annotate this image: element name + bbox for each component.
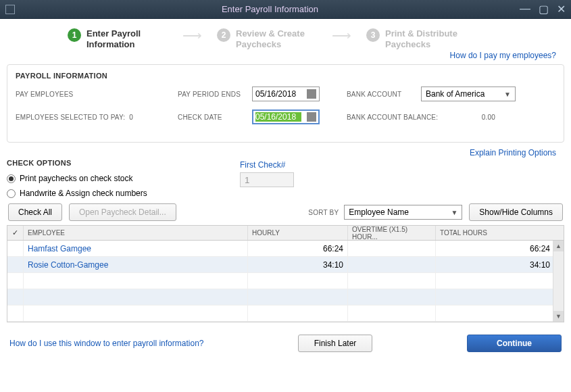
wizard-steps: 1 Enter PayrollInformation ⟶ 2 Review & … [7, 24, 564, 49]
window-title: Enter Payroll Information [20, 4, 520, 14]
table-row[interactable]: Rosie Cotton-Gamgee 34:10 34:10 [7, 257, 564, 273]
bank-balance-value: 0.00 [455, 114, 495, 121]
continue-button[interactable]: Continue [467, 335, 562, 352]
col-employee[interactable]: EMPLOYEE [24, 226, 248, 240]
calendar-icon[interactable] [307, 89, 316, 99]
employee-name-link[interactable]: Hamfast Gamgee [24, 241, 248, 256]
title-bar: Enter Payroll Information — ▢ ✕ [0, 0, 571, 19]
check-options-section: CHECK OPTIONS Print paychecks on check s… [7, 159, 564, 198]
hourly-cell[interactable]: 34:10 [248, 257, 348, 272]
table-toolbar: Check All Open Paycheck Detail... SORT B… [8, 203, 563, 221]
table-row[interactable] [7, 273, 564, 289]
payroll-info-title: PAYROLL INFORMATION [16, 72, 555, 80]
sort-by-label: SORT BY [308, 209, 339, 216]
col-total[interactable]: TOTAL HOURS [436, 226, 564, 240]
check-icon [12, 228, 18, 237]
scroll-up-icon[interactable]: ▲ [553, 241, 564, 251]
row-check[interactable] [7, 241, 24, 256]
total-cell: 66:24 [436, 241, 564, 256]
table-scrollbar[interactable]: ▲ ▼ [553, 241, 564, 322]
step-2-number: 2 [217, 28, 230, 42]
arrow-icon: ⟶ [332, 28, 351, 42]
hourly-cell[interactable]: 66:24 [248, 241, 348, 256]
step-1-label: Enter PayrollInformation [86, 28, 168, 49]
calendar-icon[interactable] [307, 112, 316, 122]
help-window-link[interactable]: How do I use this window to enter payrol… [9, 339, 203, 348]
scroll-down-icon[interactable]: ▼ [553, 311, 564, 322]
sort-by-value: Employee Name [349, 207, 409, 217]
arrow-icon: ⟶ [182, 28, 202, 42]
help-pay-employees-link[interactable]: How do I pay my employees? [7, 51, 556, 60]
maximize-button[interactable]: ▢ [539, 3, 549, 16]
step-2-label: Review & CreatePaychecks [236, 28, 317, 49]
window-menu-icon[interactable] [5, 5, 15, 14]
radio-handwrite-label: Handwrite & Assign check numbers [20, 189, 147, 198]
sort-by-select[interactable]: Employee Name ▼ [344, 205, 462, 220]
employee-table: EMPLOYEE HOURLY OVERTIME (X1.5) HOUR... … [7, 225, 564, 322]
employees-selected-label: EMPLOYEES SELECTED TO PAY: [16, 114, 125, 121]
table-row[interactable] [7, 289, 564, 305]
close-button[interactable]: ✕ [557, 3, 566, 16]
check-all-button[interactable]: Check All [8, 203, 62, 221]
col-hourly[interactable]: HOURLY [248, 226, 348, 240]
window-controls: — ▢ ✕ [520, 3, 566, 16]
step-1-number: 1 [68, 28, 81, 42]
table-row[interactable] [7, 305, 564, 322]
total-cell: 34:10 [436, 257, 564, 272]
bank-account-select[interactable]: Bank of America ▼ [421, 87, 516, 101]
table-body: Hamfast Gamgee 66:24 66:24 Rosie Cotton-… [7, 241, 564, 322]
payroll-info-panel: PAYROLL INFORMATION PAY EMPLOYEES PAY PE… [7, 64, 564, 143]
overtime-cell[interactable] [348, 257, 436, 272]
step-3-number: 3 [366, 28, 380, 42]
first-check-link[interactable]: First Check# [240, 160, 294, 170]
chevron-down-icon: ▼ [451, 209, 457, 216]
check-date-field[interactable] [255, 112, 301, 122]
check-date-label: CHECK DATE [178, 114, 245, 121]
bank-balance-label: BANK ACCOUNT BALANCE: [347, 114, 448, 121]
radio-handwrite[interactable]: Handwrite & Assign check numbers [7, 189, 564, 198]
check-date-input[interactable] [252, 109, 320, 124]
table-row[interactable]: Hamfast Gamgee 66:24 66:24 [7, 241, 564, 257]
row-check[interactable] [7, 257, 24, 272]
step-print-distribute: 3 Print & DistributePaychecks [366, 28, 466, 49]
open-paycheck-detail-button[interactable]: Open Paycheck Detail... [69, 203, 176, 221]
pay-period-ends-input[interactable] [252, 87, 320, 101]
radio-print-label: Print paychecks on check stock [20, 174, 132, 183]
chevron-down-icon: ▼ [504, 91, 511, 98]
employee-name-link[interactable]: Rosie Cotton-Gamgee [24, 257, 248, 272]
step-3-label: Print & DistributePaychecks [385, 28, 466, 49]
pay-period-ends-label: PAY PERIOD ENDS [178, 91, 245, 98]
overtime-cell[interactable] [348, 241, 436, 256]
pay-employees-label: PAY EMPLOYEES [16, 91, 171, 98]
table-header: EMPLOYEE HOURLY OVERTIME (X1.5) HOUR... … [7, 226, 564, 241]
finish-later-button[interactable]: Finish Later [298, 335, 372, 352]
minimize-button[interactable]: — [520, 3, 530, 16]
bank-account-label: BANK ACCOUNT [347, 91, 414, 98]
employees-selected-value: 0 [129, 114, 133, 121]
bank-account-value: Bank of America [426, 89, 485, 99]
radio-icon[interactable] [7, 189, 16, 198]
explain-printing-link[interactable]: Explain Printing Options [7, 148, 556, 157]
first-check-input[interactable] [240, 172, 294, 187]
step-enter-payroll: 1 Enter PayrollInformation [68, 28, 168, 49]
step-review-create: 2 Review & CreatePaychecks [217, 28, 317, 49]
radio-icon[interactable] [7, 174, 16, 183]
footer-bar: How do I use this window to enter payrol… [7, 335, 564, 352]
show-hide-columns-button[interactable]: Show/Hide Columns [469, 203, 563, 221]
col-overtime[interactable]: OVERTIME (X1.5) HOUR... [348, 226, 436, 240]
pay-period-ends-field[interactable] [255, 89, 301, 99]
col-check[interactable] [7, 226, 24, 240]
